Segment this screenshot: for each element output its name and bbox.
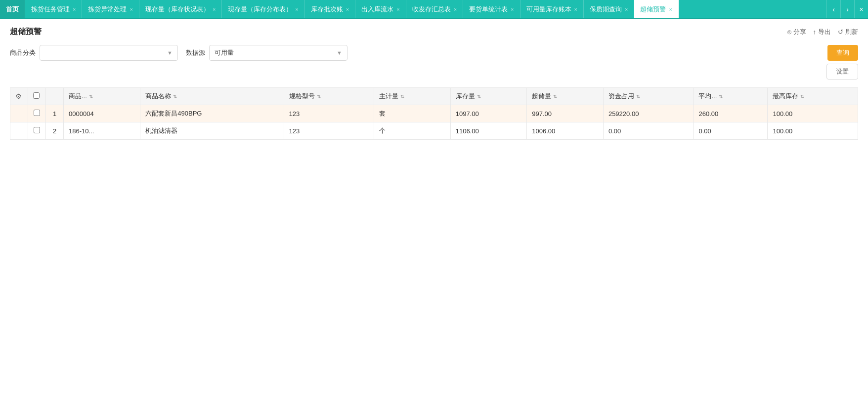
row-maxstock-cell: 100.00 — [768, 122, 858, 140]
col-name[interactable]: 商品名称⇅ — [140, 88, 284, 105]
row-checkbox-0[interactable] — [34, 110, 40, 116]
page-title-bar: 超储预警 ⎋ 分享 ↑ 导出 ↺ 刷新 — [10, 27, 858, 37]
nav-item-available-ledger[interactable]: 可用量库存账本× — [521, 0, 584, 19]
nav-item-inout-flow[interactable]: 出入库流水× — [355, 0, 406, 19]
category-filter: 商品分类 ▼ — [10, 45, 178, 61]
row-name-cell: 机油滤清器 — [140, 122, 284, 140]
row-capital-cell: 0.00 — [603, 122, 694, 140]
nav-item-inventory-status[interactable]: 现存量（库存状况表）× — [139, 0, 222, 19]
row-stock-cell: 1097.00 — [450, 105, 527, 122]
datasource-dropdown-icon: ▼ — [337, 50, 342, 56]
sort-icon-maxstock: ⇅ — [800, 94, 804, 99]
nav-arrows: ‹ › × — [826, 0, 868, 19]
row-checkbox-cell[interactable] — [28, 105, 46, 122]
col-maxstock[interactable]: 最高库存⇅ — [768, 88, 858, 105]
nav-close-button[interactable]: × — [854, 0, 868, 19]
row-overstock-cell: 997.00 — [527, 105, 604, 122]
nav-close-inout-flow[interactable]: × — [396, 6, 399, 12]
col-overstock[interactable]: 超储量⇅ — [527, 88, 604, 105]
nav-item-inventory-dist[interactable]: 现存量（库存分布表）× — [222, 0, 304, 19]
row-avg-cell: 0.00 — [694, 122, 768, 140]
share-button[interactable]: ⎋ 分享 — [787, 28, 806, 37]
row-checkbox-cell[interactable] — [28, 122, 46, 140]
nav-label-refine-task: 拣货任务管理 — [31, 5, 70, 14]
col-gear[interactable]: ⚙ — [10, 88, 28, 105]
nav-item-collect-summary[interactable]: 收发存汇总表× — [406, 0, 463, 19]
nav-item-order-stats[interactable]: 要货单统计表× — [463, 0, 520, 19]
refresh-icon: ↺ — [838, 28, 843, 36]
nav-next-button[interactable]: › — [840, 0, 854, 19]
export-button[interactable]: ↑ 导出 — [813, 28, 831, 37]
setting-button[interactable]: 设置 — [826, 64, 858, 79]
refresh-button[interactable]: ↺ 刷新 — [838, 28, 858, 37]
col-unit[interactable]: 主计量⇅ — [374, 88, 451, 105]
category-select[interactable]: ▼ — [40, 45, 178, 61]
title-actions: ⎋ 分享 ↑ 导出 ↺ 刷新 — [787, 28, 859, 37]
nav-label-order-stats: 要货单统计表 — [469, 5, 508, 14]
row-spec-cell: 123 — [284, 105, 374, 122]
nav-close-collect-summary[interactable]: × — [454, 6, 457, 12]
nav-prev-button[interactable]: ‹ — [826, 0, 840, 19]
row-spec-cell: 123 — [284, 122, 374, 140]
row-avg-cell: 260.00 — [694, 105, 768, 122]
col-num — [46, 88, 64, 105]
query-button[interactable]: 查询 — [827, 45, 858, 61]
nav-close-order-stats[interactable]: × — [511, 6, 514, 12]
nav-close-quality-query[interactable]: × — [625, 6, 628, 12]
nav-label-inventory-dist: 现存量（库存分布表） — [228, 5, 292, 14]
nav-close-refine-abnormal[interactable]: × — [130, 6, 132, 12]
sort-icon-code: ⇅ — [89, 94, 93, 99]
nav-close-refine-task[interactable]: × — [73, 6, 76, 12]
sort-icon-overstock: ⇅ — [553, 94, 557, 99]
export-icon: ↑ — [813, 28, 817, 36]
nav-item-overstock-warning[interactable]: 超储预警× — [634, 0, 678, 19]
nav-close-overstock-warning[interactable]: × — [669, 6, 672, 12]
col-code[interactable]: 商品...⇅ — [64, 88, 140, 105]
row-gear-cell — [10, 105, 28, 122]
sort-icon-avg: ⇅ — [719, 94, 723, 99]
select-all-checkbox[interactable] — [33, 92, 40, 99]
gear-icon: ⚙ — [15, 92, 22, 100]
row-gear-cell — [10, 122, 28, 140]
category-dropdown-icon: ▼ — [167, 50, 173, 56]
row-code-cell: 0000004 — [64, 105, 140, 122]
nav-item-quality-query[interactable]: 保质期查询× — [584, 0, 634, 19]
nav-close-inventory-status[interactable]: × — [213, 6, 216, 12]
row-stock-cell: 1106.00 — [450, 122, 527, 140]
nav-label-overstock-warning: 超储预警 — [640, 5, 666, 14]
export-label: 导出 — [818, 28, 831, 37]
table-row: 2 186-10... 机油滤清器 123 个 1106.00 1006.00 … — [10, 122, 858, 140]
nav-item-home[interactable]: 首页 — [0, 0, 25, 19]
row-unit-cell: 个 — [374, 122, 451, 140]
nav-close-inventory-batch[interactable]: × — [346, 6, 349, 12]
col-spec[interactable]: 规格型号⇅ — [284, 88, 374, 105]
page-content: 超储预警 ⎋ 分享 ↑ 导出 ↺ 刷新 商品分类 ▼ — [0, 19, 868, 148]
col-stock[interactable]: 库存量⇅ — [450, 88, 527, 105]
nav-close-available-ledger[interactable]: × — [574, 6, 577, 12]
category-label: 商品分类 — [10, 48, 36, 57]
row-code-cell: 186-10... — [64, 122, 140, 140]
datasource-select[interactable]: 可用量 ▼ — [209, 45, 347, 61]
row-maxstock-cell: 100.00 — [768, 105, 858, 122]
col-capital[interactable]: 资金占用⇅ — [603, 88, 694, 105]
table-row: 1 0000004 六配套新昌490BPG 123 套 1097.00 997.… — [10, 105, 858, 122]
row-checkbox-1[interactable] — [34, 127, 40, 133]
nav-label-inventory-batch: 库存批次账 — [311, 5, 343, 14]
datasource-filter: 数据源 可用量 ▼ — [186, 45, 347, 61]
row-name-cell: 六配套新昌490BPG — [140, 105, 284, 122]
nav-item-refine-abnormal[interactable]: 拣货异常处理× — [82, 0, 139, 19]
sort-icon-unit: ⇅ — [400, 94, 404, 99]
row-num-cell: 1 — [46, 105, 64, 122]
row-capital-cell: 259220.00 — [603, 105, 694, 122]
refresh-label: 刷新 — [845, 28, 858, 37]
share-icon: ⎋ — [787, 28, 791, 36]
nav-label-collect-summary: 收发存汇总表 — [412, 5, 451, 14]
nav-item-inventory-batch[interactable]: 库存批次账× — [305, 0, 355, 19]
table-header-row: ⚙ 商品...⇅ 商品名称⇅ 规格型号⇅ 主计量⇅ 库存量⇅ 超储量⇅ 资金占用… — [10, 88, 858, 105]
row-overstock-cell: 1006.00 — [527, 122, 604, 140]
col-avg[interactable]: 平均...⇅ — [694, 88, 768, 105]
nav-item-refine-task[interactable]: 拣货任务管理× — [25, 0, 82, 19]
nav-close-inventory-dist[interactable]: × — [295, 6, 298, 12]
nav-label-inout-flow: 出入库流水 — [361, 5, 393, 14]
nav-label-home: 首页 — [6, 5, 19, 14]
